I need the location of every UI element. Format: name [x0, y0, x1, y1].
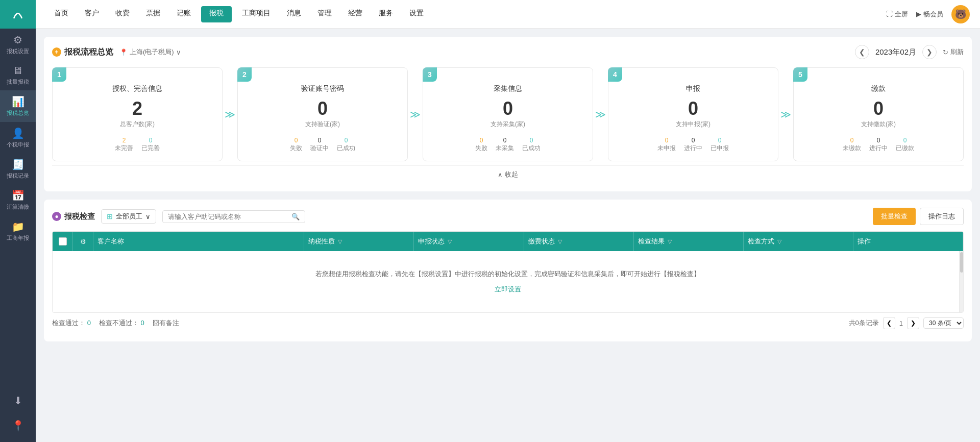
pagination: 共0条记录 ❮ 1 ❯ 30 条/页	[849, 317, 964, 329]
flow-steps: 1 授权、完善信息 2 总客户数(家) 2 未完善 0 已完善	[52, 67, 964, 161]
prev-month-btn[interactable]: ❮	[855, 45, 869, 59]
collapse-icon: ∧	[498, 171, 503, 179]
pass-count[interactable]: 0	[87, 319, 91, 327]
step5-stat-pending[interactable]: 0 进行中	[869, 137, 888, 153]
fullscreen-btn[interactable]: ⛶ 全屏	[886, 10, 908, 19]
empty-message: 若您想使用报税检查功能，请先在【报税设置】中进行报税的初始化设置，完成密码验证和…	[315, 269, 700, 279]
step-title-3: 采集信息	[494, 84, 522, 93]
filter-icon-5: ▽	[777, 238, 781, 245]
sidebar-item-tax-records[interactable]: 🧾 报税记录	[0, 153, 36, 184]
th-settings[interactable]: ⚙	[73, 232, 93, 251]
nav-clients[interactable]: 客户	[77, 0, 107, 29]
sidebar-item-batch-tax[interactable]: 🖥 批量报税	[0, 60, 36, 90]
topnav-right: ⛶ 全屏 ▶ 畅会员 🐻	[886, 5, 970, 23]
nav-operations[interactable]: 经营	[340, 0, 371, 29]
flow-step-4: 4 申报 0 支持申报(家) 0 未申报 0 进行中	[608, 67, 778, 161]
sidebar-bottom: ⬇ 📍	[0, 389, 36, 442]
th-declare-status[interactable]: 申报状态 ▽	[414, 232, 524, 251]
sidebar-item-location[interactable]: 📍	[0, 414, 36, 437]
nav-fees[interactable]: 收费	[107, 0, 138, 29]
business-annual-icon: 📁	[12, 220, 24, 233]
step3-stat-pending[interactable]: 0 未采集	[496, 137, 514, 153]
step-count-2: 0	[317, 100, 328, 118]
step4-stat-success[interactable]: 0 已申报	[710, 137, 729, 153]
step5-stat-success[interactable]: 0 已缴款	[896, 137, 914, 153]
step1-stat-success[interactable]: 0 已完善	[141, 137, 160, 153]
overview-header: + 报税流程总览 📍 上海(电子税局) ∨ ❮ 2023年02月 ❯ ↻ 刷新	[52, 45, 964, 59]
next-page-btn[interactable]: ❯	[907, 317, 919, 329]
step-count-1: 2	[132, 100, 142, 118]
play-icon: ▶	[916, 10, 921, 18]
table-header: ⚙ 客户名称 纳税性质 ▽ 申报状态 ▽ 缴费状态 ▽	[53, 232, 963, 251]
step1-stat-fail[interactable]: 2 未完善	[115, 137, 133, 153]
step2-stat-fail[interactable]: 0 失败	[290, 137, 302, 153]
operation-log-btn[interactable]: 操作日志	[920, 208, 964, 225]
step3-stat-fail[interactable]: 0 失败	[475, 137, 487, 153]
sidebar-item-business-annual[interactable]: 📁 工商年报	[0, 215, 36, 247]
step-stats-2: 0 失败 0 验证中 0 已成功	[290, 137, 355, 153]
search-input[interactable]	[168, 213, 288, 220]
batch-check-btn[interactable]: 批量检查	[873, 208, 916, 225]
sidebar-item-personal-tax[interactable]: 👤 个税申报	[0, 122, 36, 153]
nav-management[interactable]: 管理	[309, 0, 340, 29]
sidebar-item-tax-overview[interactable]: 📊 报税总览	[0, 90, 36, 121]
step4-stat-pending[interactable]: 0 进行中	[684, 137, 702, 153]
sidebar-item-annual-settlement[interactable]: 📅 汇算清缴	[0, 184, 36, 215]
filter-icon-3: ▽	[558, 238, 562, 245]
step5-stat-fail[interactable]: 0 未缴款	[843, 137, 861, 153]
nav-tax[interactable]: 报税	[201, 6, 232, 22]
step2-stat-success[interactable]: 0 已成功	[337, 137, 355, 153]
step4-stat-fail[interactable]: 0 未申报	[657, 137, 676, 153]
avatar[interactable]: 🐻	[951, 5, 970, 23]
step3-stat-success[interactable]: 0 已成功	[522, 137, 541, 153]
location-selector[interactable]: 📍 上海(电子税局) ∨	[119, 47, 181, 57]
check-header: ● 报税检查 ⊞ 全部员工 ∨ 🔍 批量检查 操作日志	[52, 208, 964, 225]
sidebar-item-tax-records-label: 报税记录	[7, 173, 29, 179]
refresh-btn[interactable]: ↻ 刷新	[943, 47, 964, 57]
total-records: 共0条记录	[849, 318, 879, 328]
nav-bookkeeping[interactable]: 记账	[168, 0, 199, 29]
sidebar-item-tax-settings-label: 报税设置	[7, 48, 29, 55]
personal-tax-icon: 👤	[12, 127, 24, 139]
search-icon[interactable]: 🔍	[291, 213, 300, 220]
step-stats-4: 0 未申报 0 进行中 0 已申报	[657, 137, 729, 153]
th-pay-status[interactable]: 缴费状态 ▽	[524, 232, 634, 251]
page-size-select[interactable]: 30 条/页	[923, 317, 964, 329]
table-footer: 检查通过： 0 检查不通过： 0 囧有备注 共0条记录 ❮ 1 ❯ 30 条/页	[52, 313, 964, 333]
member-btn[interactable]: ▶ 畅会员	[916, 10, 943, 19]
current-month: 2023年02月	[875, 47, 916, 57]
first-page-btn[interactable]: ❮	[883, 317, 895, 329]
nav-messages[interactable]: 消息	[279, 0, 309, 29]
sidebar-item-tax-settings[interactable]: ⚙ 报税设置	[0, 29, 36, 60]
sidebar-item-batch-tax-label: 批量报税	[7, 79, 29, 85]
tax-overview-icon: 📊	[12, 95, 24, 108]
scroll-thumb	[960, 252, 963, 273]
th-checkbox[interactable]	[53, 232, 73, 251]
th-check-method[interactable]: 检查方式 ▽	[744, 232, 853, 251]
flow-step-5: 5 缴款 0 支持缴款(家) 0 未缴款 0 进行中	[793, 67, 964, 161]
th-client-name: 客户名称	[93, 232, 304, 251]
next-month-btn[interactable]: ❯	[922, 45, 937, 59]
employee-filter[interactable]: ⊞ 全部员工 ∨	[101, 209, 156, 224]
location-icon: 📍	[12, 420, 24, 432]
nav-home[interactable]: 首页	[46, 0, 77, 29]
step-title-4: 申报	[686, 84, 700, 93]
select-all-checkbox[interactable]	[59, 237, 67, 245]
app-logo	[0, 0, 36, 29]
nav-settings[interactable]: 设置	[401, 0, 432, 29]
chevron-down-icon: ∨	[145, 213, 151, 220]
nav-invoices[interactable]: 票据	[138, 0, 168, 29]
scrollbar[interactable]	[959, 251, 963, 312]
step2-stat-pending[interactable]: 0 验证中	[310, 137, 329, 153]
setup-link[interactable]: 立即设置	[495, 285, 521, 294]
th-check-result[interactable]: 检查结果 ▽	[634, 232, 744, 251]
th-tax-type[interactable]: 纳税性质 ▽	[304, 232, 414, 251]
collapse-btn[interactable]: ∧ 收起	[52, 165, 964, 183]
fullscreen-icon: ⛶	[886, 10, 893, 18]
note-label: 囧有备注	[153, 318, 179, 328]
sidebar-item-download[interactable]: ⬇	[0, 389, 36, 412]
current-page: 1	[899, 320, 903, 327]
nav-service[interactable]: 服务	[371, 0, 401, 29]
fail-count[interactable]: 0	[140, 319, 144, 327]
nav-business[interactable]: 工商项目	[234, 0, 279, 29]
